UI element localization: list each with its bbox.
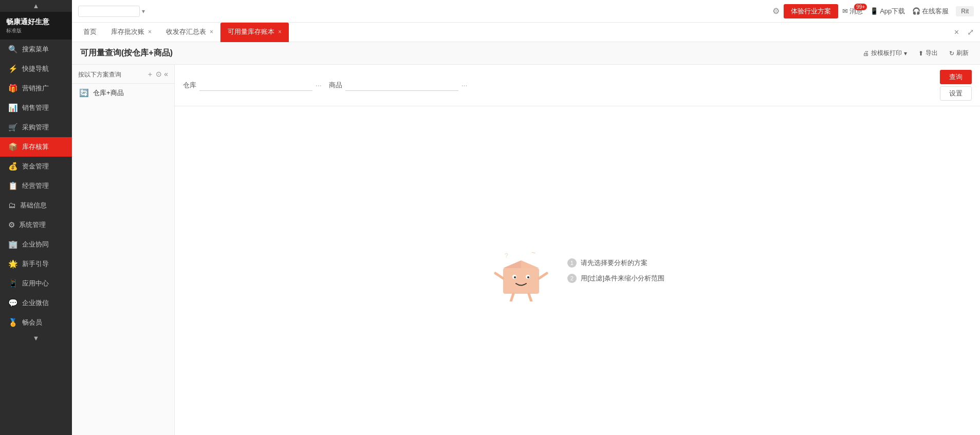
sidebar-item-label: 销售管理 (22, 103, 49, 112)
tab-available-label: 可用量库存账本 (228, 27, 274, 36)
page-header: 可用量查询(按仓库+商品) 🖨 按模板打印 ▾ ⬆ 导出 ↻ 刷新 (72, 42, 980, 65)
member-icon: 🏅 (8, 318, 18, 327)
sidebar-scroll-down[interactable]: ▼ (0, 332, 72, 344)
sidebar-item-guide[interactable]: 🌟 新手引导 (0, 254, 72, 274)
sidebar-item-label: 新手引导 (22, 259, 49, 269)
sidebar-item-sales[interactable]: 📊 销售管理 (0, 98, 72, 118)
warehouse-more-icon[interactable]: ··· (316, 81, 322, 89)
tab-summary[interactable]: 收发存汇总表 × (159, 23, 220, 42)
warehouse-goods-icon: 🔄 (79, 88, 89, 98)
page-actions: 🖨 按模板打印 ▾ ⬆ 导出 ↻ 刷新 (860, 47, 972, 59)
warehouse-input[interactable] (199, 80, 312, 91)
service-wrap[interactable]: 🎧 在线客服 (912, 7, 949, 16)
sidebar-item-purchase[interactable]: 🛒 采购管理 (0, 118, 72, 137)
tip-item-1: 1 请先选择要分析的方案 (567, 258, 664, 268)
export-label: 导出 (926, 49, 938, 58)
msg-icon-wrap[interactable]: ✉ 消息 99+ (842, 7, 863, 16)
breadcrumb-dropdown-icon[interactable]: ▾ (142, 8, 145, 15)
system-icon: ⚙ (8, 220, 15, 230)
goods-more-icon[interactable]: ··· (461, 81, 468, 89)
filter-collapse-icon[interactable]: « (164, 70, 168, 79)
tab-available[interactable]: 可用量库存账本 × (220, 23, 289, 42)
tip-num-1: 1 (567, 258, 577, 268)
sales-icon: 📊 (8, 103, 18, 112)
query-bar: 仓库 ··· 商品 ··· 查询 设置 (175, 65, 980, 106)
marketing-icon: 🎁 (8, 84, 18, 93)
tab-home[interactable]: 首页 (76, 23, 104, 42)
search-icon: 🔍 (8, 45, 18, 54)
main-area: ▾ ⚙ 体验行业方案 ✉ 消息 99+ 📱 App下载 🎧 在线客服 Rit 首… (72, 0, 980, 435)
svg-line-9 (511, 294, 513, 301)
export-btn[interactable]: ⬆ 导出 (915, 47, 941, 59)
sidebar-item-label: 采购管理 (22, 123, 49, 132)
tab-batch[interactable]: 库存批次账 × (104, 23, 159, 42)
sidebar-item-label: 应用中心 (22, 279, 49, 288)
refresh-label: 刷新 (956, 49, 969, 58)
sidebar-item-search[interactable]: 🔍 搜索菜单 (0, 40, 72, 59)
sidebar-item-marketing[interactable]: 🎁 营销推广 (0, 79, 72, 98)
user-profile[interactable]: Rit (956, 6, 974, 16)
sidebar-item-label: 快捷导航 (22, 64, 49, 73)
tabs-bar: 首页 库存批次账 × 收发存汇总表 × 可用量库存账本 × × ⤢ (72, 23, 980, 42)
tab-batch-close[interactable]: × (148, 28, 152, 35)
svg-line-8 (539, 273, 547, 278)
headset-icon: 🎧 (912, 7, 920, 15)
app-download-wrap[interactable]: 📱 App下载 (870, 7, 905, 16)
filter-panel: 按以下方案查询 ＋ ⊙ « 🔄 仓库+商品 (72, 65, 175, 435)
tab-batch-label: 库存批次账 (111, 27, 144, 36)
filter-item-warehouse-goods[interactable]: 🔄 仓库+商品 (72, 84, 174, 102)
tab-summary-label: 收发存汇总表 (166, 27, 206, 36)
maximize-tab-btn[interactable]: ⤢ (965, 26, 976, 38)
topbar: ▾ ⚙ 体验行业方案 ✉ 消息 99+ 📱 App下载 🎧 在线客服 Rit (72, 0, 980, 23)
sidebar-item-label: 企业协同 (22, 240, 49, 249)
print-btn[interactable]: 🖨 按模板打印 ▾ (860, 47, 910, 59)
goods-input[interactable] (345, 80, 458, 91)
tip-num-2: 2 (567, 274, 577, 283)
wechat-icon: 💬 (8, 298, 18, 308)
svg-line-7 (495, 273, 503, 278)
page-title: 可用量查询(按仓库+商品) (80, 48, 173, 59)
goods-label: 商品 (329, 81, 342, 90)
close-tab-btn[interactable]: × (952, 27, 961, 38)
sidebar-item-member[interactable]: 🏅 畅会员 (0, 313, 72, 332)
topbar-breadcrumb: ▾ (78, 6, 768, 17)
print-dropdown-icon[interactable]: ▾ (904, 50, 907, 57)
sidebar-item-shortcut[interactable]: ⚡ 快捷导航 (0, 59, 72, 79)
service-label: 在线客服 (922, 7, 949, 16)
msg-badge: 99+ (854, 4, 867, 10)
query-btn[interactable]: 查询 (940, 70, 972, 84)
goods-field: 商品 ··· (329, 80, 468, 91)
filter-item-label: 仓库+商品 (93, 88, 124, 98)
sidebar-logo: 畅康通好生意 标准版 (0, 12, 72, 40)
sidebar-item-enterprise[interactable]: 🏢 企业协同 (0, 235, 72, 254)
sidebar-item-finance[interactable]: 💰 资金管理 (0, 157, 72, 176)
sidebar-item-operations[interactable]: 📋 经营管理 (0, 176, 72, 196)
shortcut-icon: ⚡ (8, 64, 18, 73)
sidebar-item-wechat[interactable]: 💬 企业微信 (0, 293, 72, 313)
tab-summary-close[interactable]: × (210, 28, 213, 35)
topbar-gear-icon[interactable]: ⚙ (772, 6, 780, 16)
empty-tips: 1 请先选择要分析的方案 2 用[过滤]条件来缩小分析范围 (567, 258, 664, 283)
warehouse-field: 仓库 ··· (183, 80, 322, 91)
tab-available-close[interactable]: × (278, 28, 282, 35)
topbar-search-input[interactable] (78, 6, 140, 17)
refresh-btn[interactable]: ↻ 刷新 (946, 47, 972, 59)
sidebar-item-system[interactable]: ⚙ 系统管理 (0, 215, 72, 235)
sidebar-item-label: 资金管理 (22, 162, 49, 171)
svg-marker-1 (503, 260, 521, 268)
print-icon: 🖨 (863, 50, 869, 57)
svg-text:?: ? (505, 252, 508, 259)
sidebar-item-basic[interactable]: 🗂 基础信息 (0, 196, 72, 215)
empty-state: ~ ? 1 请先选择要分析的方案 2 用[过滤]条件来缩小分析范围 (175, 106, 980, 435)
trial-btn[interactable]: 体验行业方案 (784, 4, 838, 18)
sidebar-item-inventory[interactable]: 📦 库存核算 (0, 137, 72, 157)
empty-illustration: ~ ? (490, 240, 552, 301)
sidebar-item-appcenter[interactable]: 📱 应用中心 (0, 274, 72, 293)
setting-btn[interactable]: 设置 (940, 86, 972, 101)
guide-icon: 🌟 (8, 259, 18, 269)
filter-settings-icon[interactable]: ⊙ (156, 70, 162, 79)
filter-add-icon[interactable]: ＋ (146, 70, 154, 79)
sidebar-item-label: 企业微信 (22, 298, 49, 308)
svg-line-10 (529, 294, 531, 301)
sidebar-scroll-up[interactable]: ▲ (0, 0, 72, 12)
